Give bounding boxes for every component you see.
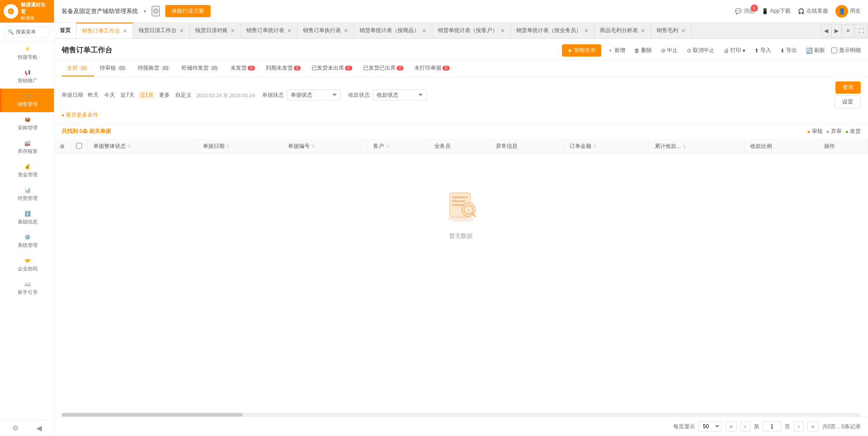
search-menu-button[interactable]: 🔍 搜索菜单 — [4, 26, 50, 38]
avatar: 👤 — [835, 5, 848, 18]
industry-btn[interactable]: 体验行业方案 — [165, 5, 211, 17]
tab-close-icon[interactable]: ✕ — [500, 28, 505, 34]
sidebar-item-basic[interactable]: ℹ️ 基础信息 — [0, 206, 54, 230]
col-status[interactable]: 单据整体状态 ⇅ — [88, 139, 197, 154]
user-menu-button[interactable]: 👤 用友 — [835, 5, 861, 18]
tab-sales-workbench[interactable]: 销售订单工作台 ✕ — [77, 23, 133, 39]
date-last1month-btn[interactable]: 近1月 — [138, 90, 156, 100]
tab-close-icon[interactable]: ✕ — [681, 28, 686, 34]
tab-close-icon[interactable]: ✕ — [584, 28, 589, 34]
tab-close-icon[interactable]: ✕ — [422, 28, 427, 34]
show-detail-checkbox-label[interactable]: 显示明细 — [831, 47, 861, 54]
page-input[interactable] — [763, 422, 781, 431]
col-amount[interactable]: 订单金额 ⇅ — [564, 139, 649, 154]
tab-close-icon[interactable]: ✕ — [641, 28, 645, 34]
tab-close-all-button[interactable]: ✕ — [842, 24, 854, 37]
sub-tab-wangpu[interactable]: 旺铺待发货(0) — [176, 61, 225, 76]
tab-home[interactable]: 首页 — [54, 23, 77, 39]
tab-maximize-button[interactable]: ⛶ — [854, 24, 868, 37]
sub-tab-pending-review[interactable]: 待审核(0) — [94, 61, 132, 76]
tab-sales-by-product[interactable]: 销货单统计表（按商品） ✕ — [354, 23, 432, 39]
tab-next-button[interactable]: ▶ — [831, 24, 842, 37]
scrollbar-thumb[interactable] — [62, 413, 243, 417]
sidebar-item-quick[interactable]: ⚡ 快捷导航 — [0, 42, 54, 65]
refresh-button[interactable]: 🔄 刷新 — [803, 45, 828, 56]
import-icon: ⬆ — [754, 47, 759, 54]
sidebar-item-operations[interactable]: 📊 经营管理 — [0, 183, 54, 206]
sidebar-settings-button[interactable]: ⚙ — [12, 424, 19, 432]
tab-profit[interactable]: 商品毛利分析表 ✕ — [595, 23, 651, 39]
tab-close-icon[interactable]: ✕ — [179, 28, 184, 34]
sidebar-item-system[interactable]: ⚙️ 系统管理 — [0, 230, 54, 253]
tab-close-icon[interactable]: ✕ — [230, 28, 235, 34]
sidebar-item-finance[interactable]: 💰 资金管理 — [0, 159, 54, 183]
prev-page-button[interactable]: ‹ — [740, 422, 750, 431]
first-page-button[interactable]: « — [725, 422, 737, 431]
date-today-btn[interactable]: 今天 — [102, 90, 117, 100]
status-filter-select[interactable]: 单据状态 — [287, 90, 341, 100]
select-all-checkbox[interactable] — [76, 143, 82, 149]
online-service-button[interactable]: 🎧 在线客服 — [798, 7, 828, 15]
tab-prev-button[interactable]: ◀ — [821, 24, 831, 37]
payment-filter-select[interactable]: 收款状态 — [373, 90, 427, 100]
date-yesterday-btn[interactable]: 昨天 — [86, 90, 101, 100]
col-date[interactable]: 单据日期 ⇅ — [197, 139, 282, 154]
cancel-pause-button[interactable]: ⊙ 取消中止 — [684, 45, 717, 56]
last-page-button[interactable]: » — [807, 422, 819, 431]
col-collected[interactable]: 累计收款... ⇅ — [649, 139, 745, 154]
horizontal-scrollbar[interactable] — [62, 413, 861, 417]
cancel-review-button[interactable]: ● 弃审 — [826, 128, 842, 135]
column-settings-icon[interactable]: ⚙ — [60, 143, 65, 150]
ship-button[interactable]: ● 发货 — [845, 128, 861, 135]
sidebar-item-purchase[interactable]: 📦 采购管理 — [0, 112, 54, 136]
col-number[interactable]: 单据编号 ⇅ — [283, 139, 368, 154]
tab-sales-stats[interactable]: 销售订单统计表 ✕ — [241, 23, 297, 39]
review-button[interactable]: ● 审核 — [807, 128, 822, 135]
export-button[interactable]: ⬇ 导出 — [777, 45, 800, 56]
sidebar-item-guide[interactable]: 📖 新手引导 — [0, 277, 54, 300]
date-more-btn[interactable]: 更多 — [157, 90, 172, 100]
message-button[interactable]: 💬 消息 6 — [735, 7, 754, 15]
sub-tab-all[interactable]: 全部(0) — [62, 61, 94, 76]
query-button[interactable]: 查询 — [835, 81, 861, 94]
expand-filter-button[interactable]: ▾ 展开更多条件 — [62, 111, 98, 119]
pause-button[interactable]: ⊘ 中止 — [658, 45, 681, 56]
sub-tab-overdue[interactable]: 到期未发货0 — [260, 61, 307, 76]
sub-tab-not-printed[interactable]: 未打印单据0 — [409, 61, 455, 76]
tab-sales-by-staff[interactable]: 销货单统计表（按业务员） ✕ — [511, 23, 595, 39]
tab-sales-by-customer[interactable]: 销货单统计表（按客户） ✕ — [432, 23, 511, 39]
tab-sales-exec[interactable]: 销售订单执行表 ✕ — [297, 23, 354, 39]
date-last7-btn[interactable]: 近7天 — [119, 90, 136, 100]
topbar-settings-button[interactable]: ⚙ — [152, 6, 160, 16]
date-custom-btn[interactable]: 自定义 — [173, 90, 193, 100]
import-button[interactable]: ⬆ 导入 — [752, 45, 774, 56]
logo-icon: 好 — [4, 4, 18, 19]
show-detail-checkbox[interactable] — [831, 47, 837, 53]
sub-tab-shipped-out[interactable]: 已发货已出库0 — [358, 61, 409, 76]
col-customer[interactable]: 客户 ⇅ — [368, 139, 429, 154]
search-icon: 🔍 — [8, 29, 14, 35]
sub-tab-unshipped[interactable]: 未发货0 — [225, 61, 260, 76]
tab-close-icon[interactable]: ✕ — [123, 28, 127, 34]
sidebar-collapse-button[interactable]: ◀ — [36, 424, 42, 432]
tab-close-icon[interactable]: ✕ — [344, 28, 348, 34]
print-button[interactable]: 🖨 打印 ▾ — [721, 45, 748, 56]
delete-button[interactable]: 🗑 删除 — [632, 45, 655, 56]
smart-create-button[interactable]: ★ 智能生单 — [562, 44, 601, 57]
tab-cash-daily[interactable]: 钱货日清工作台 ✕ — [133, 23, 190, 39]
tab-cash-reconcile[interactable]: 钱货日清对账 ✕ — [190, 23, 241, 39]
sidebar-item-marketing[interactable]: 📢 营销推广 — [0, 65, 54, 89]
sidebar-item-sales[interactable]: 🛒 销售管理 — [0, 89, 54, 112]
sort-icon: ⇅ — [311, 144, 315, 149]
next-page-button[interactable]: › — [794, 422, 804, 431]
tab-close-icon[interactable]: ✕ — [287, 28, 292, 34]
sub-tab-pending-inspection[interactable]: 待拣验货(0) — [132, 61, 176, 76]
sidebar-item-cooperation[interactable]: 🤝 企业协同 — [0, 253, 54, 277]
filter-settings-button[interactable]: 设置 — [834, 95, 861, 109]
add-button[interactable]: ＋ 新增 — [605, 45, 628, 56]
app-download-button[interactable]: 📱 App下载 — [762, 7, 791, 15]
per-page-select[interactable]: 50 10 20 100 — [699, 422, 722, 431]
sub-tab-shipped-not-out[interactable]: 已发货未出库0 — [306, 61, 358, 76]
sidebar-item-inventory[interactable]: 🏭 库存核算 — [0, 136, 54, 159]
tab-sales-more[interactable]: 销售毛利 ✕ — [651, 23, 691, 39]
